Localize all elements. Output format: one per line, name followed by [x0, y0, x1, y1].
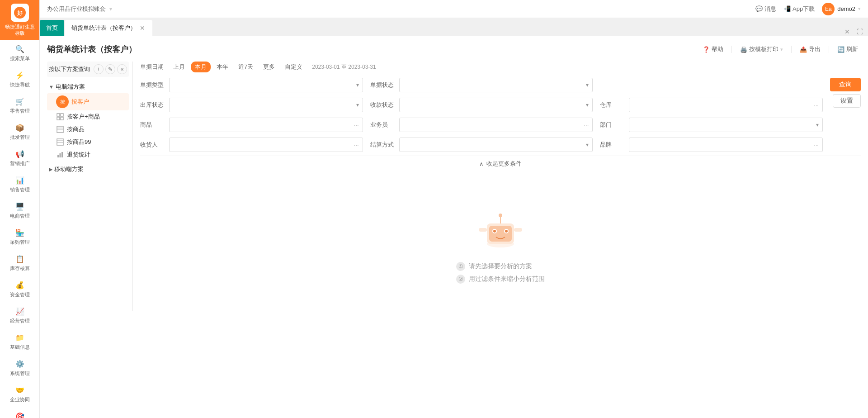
tree-item-by-goods99[interactable]: 按商品99: [47, 136, 129, 148]
query-button[interactable]: 查询: [830, 78, 861, 91]
main-area: 办公用品行业模拟账套 ▾ 💬 消息 📲 App下载 Ea demo2 ▾ 首页 …: [40, 0, 868, 418]
sidebar-item-ecommerce[interactable]: 🖥️ 电商管理: [0, 198, 39, 224]
sidebar-item-operations[interactable]: 📈 经营管理: [0, 303, 39, 329]
svg-rect-14: [61, 152, 63, 157]
svg-rect-5: [61, 117, 63, 120]
add-scheme-button[interactable]: +: [94, 64, 104, 74]
filter-row-out-status: 出库状态 ▾: [140, 98, 363, 112]
user-area[interactable]: Ea demo2 ▾: [822, 3, 861, 15]
sidebar-item-finance[interactable]: 💰 资金管理: [0, 276, 39, 303]
tab-sales-stats[interactable]: 销货单统计表（按客户） ✕: [65, 20, 152, 36]
sidebar-item-label: 经营管理: [10, 318, 30, 324]
sidebar-item-purchase[interactable]: 🏪 采购管理: [0, 224, 39, 250]
sidebar-item-newguide[interactable]: 🎯 新手引导: [0, 408, 39, 418]
empty-illustration: [473, 199, 528, 253]
tree-item-customer-goods[interactable]: 按客户+商品: [47, 110, 129, 123]
out-status-input[interactable]: ▾: [169, 98, 363, 112]
left-panel: 按以下方案查询 + ✎ « ▼ 电脑端方案 按: [47, 62, 133, 311]
message-button[interactable]: 💬 消息: [755, 5, 776, 13]
filter-row-pay-status: 收款状态 ▾: [370, 98, 593, 112]
username-label: demo2: [837, 5, 855, 12]
help-button[interactable]: ❓ 帮助: [700, 43, 726, 55]
pay-status-input[interactable]: ▾: [399, 98, 593, 112]
sidebar-item-wholesale[interactable]: 📦 批发管理: [0, 119, 39, 145]
brand-dots-icon: ···: [814, 142, 819, 148]
sidebar-item-label: 资金管理: [10, 291, 30, 298]
date-btn-more[interactable]: 更多: [259, 62, 279, 72]
tab-home[interactable]: 首页: [40, 20, 64, 36]
date-btn-7days[interactable]: 近7天: [234, 62, 257, 72]
svg-rect-25: [514, 228, 522, 232]
settlement-input[interactable]: ▾: [399, 138, 593, 152]
sidebar-item-label: 搜索菜单: [10, 55, 30, 62]
print-button[interactable]: 🖨️ 按模板打印 ▾: [737, 43, 786, 55]
date-btn-custom[interactable]: 自定义: [281, 62, 307, 72]
sidebar-item-label: 库存核算: [10, 265, 30, 272]
tab-close-button[interactable]: ✕: [139, 24, 146, 32]
sidebar-item-marketing[interactable]: 📢 营销推广: [0, 145, 39, 171]
filter-row-brand: 品牌 ···: [600, 138, 823, 152]
recipient-input[interactable]: ···: [169, 138, 363, 152]
sidebar-item-retail[interactable]: 🛒 零售管理: [0, 93, 39, 119]
tree-item-by-goods[interactable]: 按商品: [47, 123, 129, 136]
help-icon: ❓: [703, 46, 710, 53]
collapse-panel-button[interactable]: «: [117, 64, 127, 74]
purchase-icon: 🏪: [15, 228, 24, 238]
doc-type-label: 单据类型: [140, 81, 165, 89]
sidebar-item-label: 销售管理: [10, 186, 30, 193]
tree-section-desktop: ▼ 电脑端方案 按 按客户 按客户+商品: [47, 81, 129, 161]
svg-rect-2: [57, 114, 60, 116]
salesperson-input[interactable]: ···: [399, 118, 593, 132]
doc-type-input[interactable]: ▾: [169, 78, 363, 92]
right-panel: 单据日期 上月 本月 本年 近7天 更多 自定义 2023-03-01 至 20…: [133, 62, 861, 311]
sidebar-item-sales[interactable]: 📊 销售管理: [0, 171, 39, 198]
pay-status-label: 收款状态: [370, 101, 396, 109]
filter-row-salesperson: 业务员 ···: [370, 118, 593, 132]
sales-stats-tab-label: 销货单统计表（按客户）: [71, 24, 136, 32]
warehouse-input[interactable]: ···: [629, 98, 823, 112]
panel-header: 按以下方案查询 + ✎ «: [47, 62, 129, 77]
date-btn-this-year[interactable]: 本年: [212, 62, 232, 72]
panel-header-actions: + ✎ «: [94, 64, 127, 74]
date-btn-last-month[interactable]: 上月: [169, 62, 189, 72]
sales-icon: 📊: [15, 176, 24, 185]
brand-label: 品牌: [600, 141, 625, 149]
tree-item-by-customer[interactable]: 按 按客户: [47, 93, 129, 110]
sidebar-nav: 🔍 搜索菜单 ⚡ 快捷导航 🛒 零售管理 📦 批发管理 📢 营销推广 📊 销售管…: [0, 40, 39, 418]
tree-group-mobile[interactable]: ▶ 移动端方案: [47, 163, 129, 176]
window-maximize-button[interactable]: ⛶: [855, 27, 864, 36]
collapse-bar[interactable]: ∧ 收起更多条件: [140, 156, 861, 171]
svg-rect-24: [479, 228, 487, 232]
edit-scheme-button[interactable]: ✎: [105, 64, 115, 74]
tree-group-desktop[interactable]: ▼ 电脑端方案: [47, 81, 129, 93]
svg-text:好: 好: [17, 10, 23, 16]
page-header: 销货单统计表（按客户） ❓ 帮助 🖨️ 按模板打印 ▾ 📤 导出: [47, 43, 861, 55]
tree-item-returns[interactable]: 退货统计: [47, 148, 129, 161]
refresh-button[interactable]: 🔄 刷新: [835, 43, 861, 55]
goods-input[interactable]: ···: [169, 118, 363, 132]
search-icon: 🔍: [15, 45, 24, 54]
print-dropdown-icon: ▾: [780, 47, 783, 52]
export-button[interactable]: 📤 导出: [797, 43, 823, 55]
sidebar-item-enterprise[interactable]: 🤝 企业协同: [0, 381, 39, 408]
date-btn-this-month[interactable]: 本月: [191, 62, 211, 72]
wholesale-icon: 📦: [15, 124, 24, 133]
setting-button[interactable]: 设置: [833, 94, 861, 108]
brand-input[interactable]: ···: [629, 138, 823, 152]
app-download-button[interactable]: 📲 App下载: [783, 5, 815, 13]
department-input[interactable]: ▾: [629, 118, 823, 132]
header-right: 💬 消息 📲 App下载 Ea demo2 ▾: [755, 3, 861, 15]
sidebar-item-search[interactable]: 🔍 搜索菜单: [0, 40, 39, 66]
logo-area[interactable]: 好 畅捷通好生意 标版: [0, 0, 39, 40]
bar-chart-icon: [56, 151, 64, 159]
date-quick-btns: 上月 本月 本年 近7天 更多 自定义: [169, 62, 307, 72]
sidebar-item-quicknav[interactable]: ⚡ 快捷导航: [0, 66, 39, 93]
svg-rect-4: [57, 117, 60, 120]
sidebar-item-system[interactable]: ⚙️ 系统管理: [0, 355, 39, 381]
doc-status-input[interactable]: ▾: [399, 78, 593, 92]
window-close-button[interactable]: ✕: [843, 27, 852, 36]
content-split: 按以下方案查询 + ✎ « ▼ 电脑端方案 按: [47, 62, 861, 311]
sidebar-item-inventory[interactable]: 📋 库存核算: [0, 250, 39, 276]
svg-rect-3: [61, 114, 63, 116]
sidebar-item-basic[interactable]: 📁 基础信息: [0, 329, 39, 355]
